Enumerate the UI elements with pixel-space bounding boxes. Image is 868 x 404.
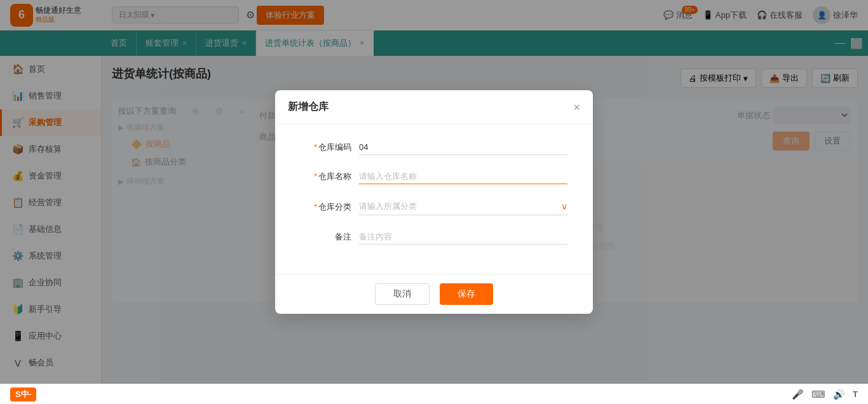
keyboard-icon[interactable]: ⌨ — [811, 389, 825, 400]
note-label: 备注 — [301, 231, 351, 243]
form-row-note: 备注 — [301, 229, 567, 245]
modal-close-button[interactable]: × — [573, 102, 580, 113]
category-label: *仓库分类 — [301, 201, 351, 213]
form-row-code: *仓库编码 — [301, 140, 567, 155]
status-bar: S中· 🎤 ⌨ 🔊 T — [0, 384, 868, 404]
status-icons: 🎤 ⌨ 🔊 T — [792, 389, 858, 400]
category-placeholder: 请输入所属分类 — [359, 201, 417, 212]
form-row-name: *仓库名称 — [301, 169, 567, 184]
code-input[interactable] — [359, 140, 567, 155]
form-row-category: *仓库分类 请输入所属分类 ∨ — [301, 198, 567, 215]
code-label: *仓库编码 — [301, 142, 351, 153]
cancel-button[interactable]: 取消 — [375, 283, 430, 305]
name-input[interactable] — [359, 169, 567, 184]
required-star-name: * — [314, 172, 317, 181]
text-icon[interactable]: T — [853, 389, 858, 399]
modal-header: 新增仓库 × — [275, 90, 593, 125]
required-star-code: * — [314, 142, 317, 152]
category-select[interactable]: 请输入所属分类 ∨ — [359, 198, 567, 215]
new-warehouse-modal: 新增仓库 × *仓库编码 *仓库名称 *仓库分类 — [275, 90, 593, 314]
name-label: *仓库名称 — [301, 171, 351, 182]
mic-icon[interactable]: 🎤 — [792, 389, 804, 400]
category-dropdown-icon: ∨ — [561, 201, 567, 212]
note-input[interactable] — [359, 229, 567, 245]
modal-body: *仓库编码 *仓库名称 *仓库分类 请输入所属分类 ∨ — [275, 125, 593, 274]
speaker-icon[interactable]: 🔊 — [833, 389, 845, 400]
modal-overlay: 新增仓库 × *仓库编码 *仓库名称 *仓库分类 — [0, 0, 868, 404]
status-logo: S中· — [10, 387, 36, 401]
modal-title: 新增仓库 — [288, 100, 329, 114]
required-star-category: * — [314, 202, 317, 212]
save-button[interactable]: 保存 — [440, 283, 493, 305]
modal-footer: 取消 保存 — [275, 274, 593, 314]
